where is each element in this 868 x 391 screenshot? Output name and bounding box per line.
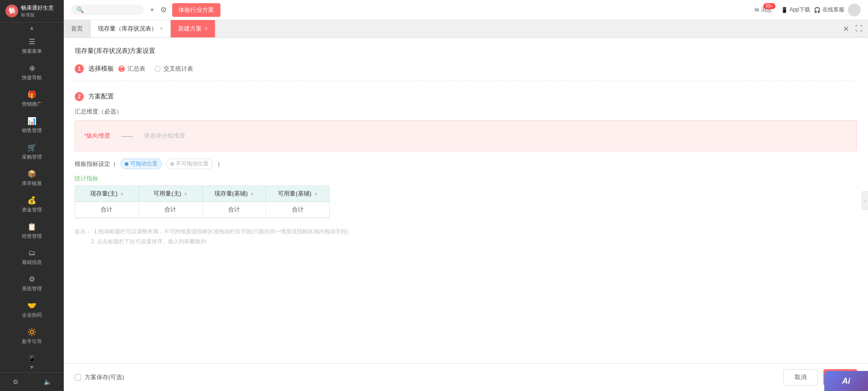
- toggle-draggable[interactable]: 可拖动位置: [121, 159, 162, 169]
- col-chevron-3: ∨: [314, 191, 317, 196]
- stats-col-header-1[interactable]: 可用量(主) ∨: [139, 186, 203, 201]
- sidebar-item-search-menu[interactable]: ☰ 搜索菜单: [0, 33, 64, 59]
- tab-close-all-button[interactable]: ✕: [841, 23, 851, 35]
- save-option[interactable]: 方案保存(可选): [75, 373, 124, 381]
- app-download-button[interactable]: 📱 App下载: [781, 6, 810, 14]
- tab-close-new-scheme[interactable]: ×: [204, 26, 208, 31]
- tab-fullscreen-button[interactable]: ⛶: [853, 23, 864, 35]
- step2-badge: 2: [75, 92, 84, 101]
- search-expand-icon[interactable]: ▼: [149, 7, 155, 13]
- main-area: 🔍 ▼ ⚙ 体验行业方案 ✉ 消息 99+ 📱 App下载 🎧 在线客服: [64, 0, 868, 391]
- tab-inventory-status[interactable]: 现存量（库存状况表） ×: [91, 20, 171, 37]
- tab-home[interactable]: 首页: [64, 20, 91, 37]
- tabbar-right-actions: ✕ ⛶: [841, 23, 868, 35]
- tips-section: 提示： 1.拖动标题栏可以调整布局，不可跨维度或指标区域拖动栏目字段(只能在同一…: [75, 227, 857, 247]
- system-icon: ⚙: [29, 275, 35, 283]
- user-avatar[interactable]: [848, 4, 861, 16]
- step1-header: 1 选择模板 汇总表 交叉统计表: [75, 64, 857, 73]
- sidebar-item-corp-collab[interactable]: 🤝 企业协同: [0, 297, 64, 323]
- search-input[interactable]: [87, 7, 132, 13]
- logo-icon: 畅: [5, 5, 18, 17]
- tip-item-1: 2. 点击标题栏下拉可设置排序、插入列和删除列: [75, 237, 857, 247]
- indicator-settings: 模板指标设定（ 可拖动位置 不可拖动位置 ） 统计指标: [75, 159, 857, 247]
- industry-scheme-button[interactable]: 体验行业方案: [172, 3, 220, 17]
- sidebar-item-operations[interactable]: 📋 经营管理: [0, 218, 64, 244]
- sidebar-logo: 畅 畅康通好生意 标准版: [0, 0, 64, 23]
- gear-icon[interactable]: ⚙: [160, 5, 167, 14]
- operations-icon: 📋: [27, 222, 36, 231]
- save-checkbox[interactable]: [75, 374, 81, 381]
- stats-header-row: 现存量(主) ∨ 可用量(主) ∨ 现存量(基辅) ∨: [75, 186, 329, 202]
- step2-label: 方案配置: [88, 93, 114, 101]
- logo-text: 畅康通好生意 标准版: [21, 5, 54, 18]
- stats-title: 统计指标: [75, 175, 857, 183]
- tab-new-scheme[interactable]: 新建方案 ×: [171, 20, 215, 37]
- topbar: 🔍 ▼ ⚙ 体验行业方案 ✉ 消息 99+ 📱 App下载 🎧 在线客服: [64, 0, 868, 20]
- sidebar-item-basic-info[interactable]: 🗂 基础信息: [0, 244, 64, 270]
- col-chevron-1: ∨: [184, 191, 187, 196]
- messages-button[interactable]: ✉ 消息 99+: [755, 6, 772, 14]
- sidebar-scroll-up[interactable]: ▲: [0, 23, 64, 33]
- col-chevron-2: ∨: [250, 191, 254, 196]
- sidebar-item-finance[interactable]: 💰 资金管理: [0, 191, 64, 218]
- radio-summary-circle: [118, 66, 125, 72]
- toggle-not-draggable[interactable]: 不可拖动位置: [166, 159, 213, 169]
- dimension-config-label: 汇总维度（必选）: [75, 108, 857, 116]
- sidebar-item-marketing[interactable]: 🎁 营销推广: [0, 86, 64, 112]
- sidebar-item-inventory[interactable]: 📦 库存核算: [0, 165, 64, 191]
- sound-footer-button[interactable]: 🔈: [40, 376, 55, 387]
- tip-item-0: 提示： 1.拖动标题栏可以调整布局，不可跨维度或指标区域拖动栏目字段(只能在同一…: [75, 227, 857, 237]
- settings-footer-button[interactable]: ⚙: [9, 376, 22, 387]
- step1-badge: 1: [75, 64, 84, 73]
- marketing-icon: 🎁: [27, 90, 36, 99]
- radio-cross[interactable]: 交叉统计表: [154, 65, 193, 73]
- sidebar-scroll-down[interactable]: ▼: [0, 362, 64, 372]
- sidebar-item-sales[interactable]: 📊 销售管理: [0, 112, 64, 139]
- basic-info-icon: 🗂: [28, 249, 36, 257]
- dimension-config: 汇总维度（必选） *纵向维度 —— 请选择分组维度: [75, 108, 857, 151]
- ai-float-button[interactable]: Ai: [824, 371, 868, 391]
- sidebar-item-quick-nav[interactable]: ⊕ 快捷导航: [0, 59, 64, 86]
- sidebar: 畅 畅康通好生意 标准版 ▲ ☰ 搜索菜单 ⊕ 快捷导航 🎁 营销推广 📊 销售…: [0, 0, 64, 391]
- service-icon: 🎧: [814, 7, 821, 13]
- search-menu-icon: ☰: [29, 37, 35, 46]
- radio-summary[interactable]: 汇总表: [118, 65, 145, 73]
- search-box[interactable]: 🔍: [71, 5, 144, 15]
- cancel-button[interactable]: 取消: [783, 369, 818, 386]
- message-icon: ✉: [755, 7, 759, 13]
- step2-section: 2 方案配置 汇总维度（必选） *纵向维度 —— 请选择分组维度 模板指标设定（: [75, 92, 857, 247]
- sidebar-item-new-guide[interactable]: 🔆 新手引导: [0, 323, 64, 350]
- dimension-area[interactable]: *纵向维度 —— 请选择分组维度: [75, 120, 857, 151]
- step2-header: 2 方案配置: [75, 92, 857, 101]
- step1-label: 选择模板: [88, 65, 114, 73]
- indicator-settings-label: 模板指标设定（ 可拖动位置 不可拖动位置 ）: [75, 159, 857, 169]
- stats-col-header-0[interactable]: 现存量(主) ∨: [75, 186, 139, 201]
- sales-icon: 📊: [27, 117, 36, 125]
- quick-nav-icon: ⊕: [29, 64, 35, 72]
- bottom-bar: 方案保存(可选) 取消 查询: [64, 363, 868, 391]
- dimension-dash: ——: [121, 133, 133, 139]
- tab-close-inventory[interactable]: ×: [160, 26, 163, 31]
- sidebar-nav: ☰ 搜索菜单 ⊕ 快捷导航 🎁 营销推广 📊 销售管理 🛒 采购管理 📦 库存核…: [0, 33, 64, 362]
- template-radio-group: 汇总表 交叉统计表: [118, 65, 193, 73]
- stats-data-2: 合计: [203, 202, 266, 217]
- online-service-button[interactable]: 🎧 在线客服: [814, 6, 844, 14]
- step1-section: 1 选择模板 汇总表 交叉统计表: [75, 64, 857, 81]
- toggle-not-draggable-dot: [170, 162, 174, 166]
- sidebar-footer: ⚙ 🔈: [0, 372, 64, 391]
- sidebar-item-app-center[interactable]: 📱 应用中心: [0, 350, 64, 362]
- col-chevron-0: ∨: [120, 191, 123, 196]
- corp-collab-icon: 🤝: [27, 301, 36, 310]
- right-collapse-button[interactable]: ›: [862, 191, 868, 210]
- tabbar: 首页 现存量（库存状况表） × 新建方案 × ✕ ⛶: [64, 20, 868, 38]
- stats-col-header-3[interactable]: 可用量(基辅) ∨: [266, 186, 329, 201]
- sidebar-item-system[interactable]: ⚙ 系统管理: [0, 270, 64, 297]
- stats-table: 现存量(主) ∨ 可用量(主) ∨ 现存量(基辅) ∨: [75, 185, 330, 218]
- stats-col-header-2[interactable]: 现存量(基辅) ∨: [203, 186, 266, 201]
- stats-data-0: 合计: [75, 202, 139, 217]
- toggle-draggable-dot: [125, 162, 128, 166]
- search-icon: 🔍: [77, 6, 84, 13]
- inventory-icon: 📦: [27, 170, 36, 178]
- stats-data-3: 合计: [266, 202, 329, 217]
- sidebar-item-purchase[interactable]: 🛒 采购管理: [0, 139, 64, 165]
